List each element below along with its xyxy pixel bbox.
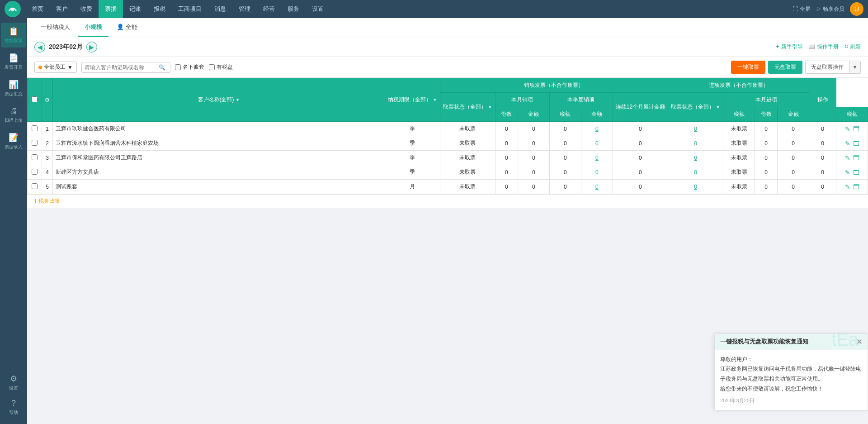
sales-status-filter[interactable]: ▼ bbox=[488, 105, 492, 110]
edit-action-icon[interactable]: ✎ bbox=[845, 183, 850, 191]
purchase-status-filter[interactable]: ▼ bbox=[716, 105, 720, 110]
taxperiod-filter-icon[interactable]: ▼ bbox=[433, 97, 437, 102]
new-guide-btn[interactable]: ✦ 新手引导 bbox=[775, 43, 803, 51]
nav-item-票据[interactable]: 票据 bbox=[99, 0, 123, 18]
edit-action-icon[interactable]: ✎ bbox=[845, 154, 850, 162]
sidebar-item-智能取票[interactable]: 📋智能取票 bbox=[1, 23, 26, 48]
nav-item-收费[interactable]: 收费 bbox=[74, 0, 99, 18]
nav-item-设置[interactable]: 设置 bbox=[306, 0, 330, 18]
row-quarter-amount-link[interactable]: 0 bbox=[595, 155, 599, 161]
row-cumulative-link[interactable]: 0 bbox=[694, 169, 697, 176]
view-action-icon[interactable]: 🗔 bbox=[853, 125, 859, 133]
row-checkbox-cell bbox=[28, 122, 42, 136]
notif-close-btn[interactable]: ✕ bbox=[856, 338, 862, 346]
logo[interactable] bbox=[5, 1, 21, 17]
no-disk-ops-main-btn[interactable]: 无盘取票操作 bbox=[806, 61, 849, 73]
row-sales-amount: 0 bbox=[518, 180, 549, 194]
row-cumulative: 0 bbox=[668, 151, 723, 165]
period-label: 2023年02月 bbox=[49, 43, 83, 51]
sidebar-item-扫描上传[interactable]: 🖨扫描上传 bbox=[1, 103, 26, 127]
row-checkbox[interactable] bbox=[32, 125, 38, 131]
nav-item-消息[interactable]: 消息 bbox=[208, 0, 232, 18]
sidebar-bottom-item-设置[interactable]: ⚙设置 bbox=[1, 370, 26, 395]
no-disk-ops-arrow-btn[interactable]: ▼ bbox=[849, 61, 860, 73]
one-click-ticket-btn[interactable]: 一键取票 bbox=[731, 61, 765, 74]
row-checkbox[interactable] bbox=[32, 169, 38, 175]
search-wrap: 🔍 bbox=[81, 62, 170, 73]
row-sales-status: 未取票 bbox=[440, 136, 495, 151]
sub-tab-bar: 一般纳税人小规模👤全能 bbox=[27, 18, 868, 37]
sidebar-bottom-label: 帮助 bbox=[9, 410, 18, 416]
edit-action-icon[interactable]: ✎ bbox=[845, 169, 850, 176]
notif-apology: 给您带来的不便敬请谅解，祝您工作愉快！ bbox=[720, 384, 862, 394]
customer-filter-icon[interactable]: ▼ bbox=[236, 97, 240, 102]
prev-period-btn[interactable]: ◀ bbox=[34, 42, 45, 52]
sub-tab-小规模[interactable]: 小规模 bbox=[78, 18, 108, 37]
checkbox-has-taxdisk[interactable]: 有税盘 bbox=[209, 63, 233, 71]
row-checkbox[interactable] bbox=[32, 183, 38, 189]
my-accounts-checkbox[interactable] bbox=[175, 64, 181, 70]
nav-item-服务[interactable]: 服务 bbox=[281, 0, 306, 18]
th-current-month-sales: 本月销项 bbox=[495, 93, 549, 107]
edit-action-icon[interactable]: ✎ bbox=[845, 140, 850, 147]
row-cumulative-link[interactable]: 0 bbox=[694, 126, 697, 132]
sidebar-item-票据汇总[interactable]: 📊票据汇总 bbox=[1, 76, 26, 101]
nav-item-客户[interactable]: 客户 bbox=[50, 0, 74, 18]
row-customer-name: 测试账套 bbox=[53, 180, 385, 194]
edit-action-icon[interactable]: ✎ bbox=[845, 125, 850, 133]
row-quarter-amount-link[interactable]: 0 bbox=[595, 126, 599, 132]
row-checkbox[interactable] bbox=[32, 140, 38, 146]
fullscreen-btn[interactable]: ⛶ 全屏 bbox=[793, 5, 810, 13]
row-quarter-tax: 0 bbox=[613, 180, 668, 194]
has-taxdisk-label: 有税盘 bbox=[217, 63, 233, 71]
tax-policy-bar[interactable]: ℹ 税务政策 bbox=[27, 194, 868, 208]
notif-date: 2023年3月20日 bbox=[720, 396, 862, 405]
nav-item-管理[interactable]: 管理 bbox=[232, 0, 257, 18]
row-purchase-copies: 0 bbox=[755, 122, 778, 136]
row-sales-amount: 0 bbox=[518, 165, 549, 180]
nav-item-报税[interactable]: 报税 bbox=[147, 0, 172, 18]
sidebar-item-发票开具[interactable]: 📄发票开具 bbox=[1, 49, 26, 74]
sidebar-item-票据录入[interactable]: 📝票据录入 bbox=[1, 129, 26, 154]
sidebar-icon: 📄 bbox=[9, 53, 19, 63]
invoice-table-wrap: ⚙ 客户名称(全部) ▼ 纳税期限（全部） ▼ bbox=[27, 78, 868, 194]
next-period-btn[interactable]: ▶ bbox=[86, 42, 97, 52]
sidebar-bottom-item-帮助[interactable]: ?帮助 bbox=[1, 395, 26, 419]
nav-item-记账[interactable]: 记账 bbox=[123, 0, 147, 18]
nav-item-经营[interactable]: 经营 bbox=[257, 0, 281, 18]
row-cumulative-link[interactable]: 0 bbox=[694, 184, 697, 190]
vip-btn[interactable]: ▷ 畅享会员 bbox=[816, 5, 844, 13]
has-taxdisk-checkbox[interactable] bbox=[209, 64, 215, 70]
view-action-icon[interactable]: 🗔 bbox=[853, 183, 859, 191]
no-disk-ticket-btn[interactable]: 无盘取票 bbox=[768, 61, 802, 74]
row-purchase-tax: 0 bbox=[809, 136, 836, 151]
avatar[interactable]: U bbox=[850, 2, 863, 16]
nav-item-工商项目[interactable]: 工商项目 bbox=[172, 0, 208, 18]
checkbox-my-accounts[interactable]: 名下账套 bbox=[175, 63, 204, 71]
row-cumulative-link[interactable]: 0 bbox=[694, 155, 697, 161]
th-cumulative: 连续12个月累计金额 bbox=[613, 93, 668, 122]
manual-btn[interactable]: 📖 操作手册 bbox=[808, 43, 838, 51]
view-action-icon[interactable]: 🗔 bbox=[853, 140, 859, 147]
search-input[interactable] bbox=[85, 64, 157, 71]
view-action-icon[interactable]: 🗔 bbox=[853, 154, 859, 162]
refresh-btn[interactable]: ↻ 刷新 bbox=[844, 43, 861, 51]
row-quarter-amount-link[interactable]: 0 bbox=[595, 184, 599, 190]
row-checkbox[interactable] bbox=[32, 154, 38, 160]
toolbar-right-buttons: 一键取票 无盘取票 无盘取票操作 ▼ bbox=[731, 61, 861, 74]
sub-tab-全能[interactable]: 👤全能 bbox=[110, 18, 144, 37]
nav-item-首页[interactable]: 首页 bbox=[25, 0, 50, 18]
view-action-icon[interactable]: 🗔 bbox=[853, 169, 859, 176]
select-all-checkbox[interactable] bbox=[32, 96, 38, 102]
row-cumulative-link[interactable]: 0 bbox=[694, 140, 697, 147]
settings-icon[interactable]: ⚙ bbox=[45, 97, 50, 103]
row-quarter-amount-link[interactable]: 0 bbox=[595, 169, 599, 176]
staff-selector[interactable]: 全部员工 ▼ bbox=[34, 62, 77, 73]
row-quarter-amount-link[interactable]: 0 bbox=[595, 140, 599, 147]
th-purchase-status: 取票状态（全部） ▼ bbox=[668, 93, 723, 122]
search-button[interactable]: 🔍 bbox=[157, 63, 167, 71]
th-operations: 操作 bbox=[809, 78, 836, 122]
row-tax-period: 月 bbox=[385, 180, 440, 194]
sub-tab-一般纳税人[interactable]: 一般纳税人 bbox=[34, 18, 76, 37]
row-actions: ✎ 🗔 bbox=[836, 165, 868, 180]
